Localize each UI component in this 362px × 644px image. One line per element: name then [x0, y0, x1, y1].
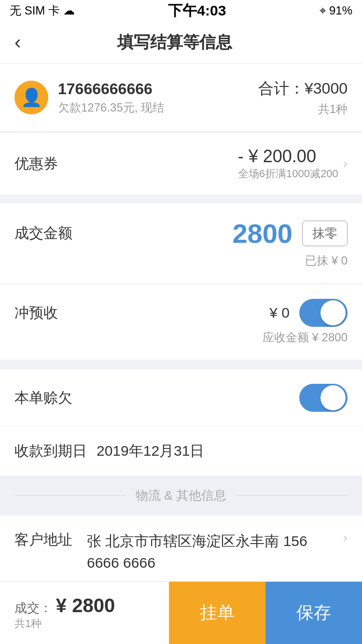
logistics-line-right	[236, 495, 348, 496]
duedate-value: 2019年12月31日	[97, 441, 204, 461]
total-amount: 合计：¥3000	[258, 78, 348, 99]
deal-amount-right: 2800 抹零	[232, 218, 348, 249]
deal-amount-row: 成交金额 2800 抹零	[14, 218, 348, 249]
precollect-amount: ¥ 0	[269, 305, 290, 321]
coupon-label: 优惠券	[14, 154, 58, 174]
avatar: 👤	[14, 81, 48, 114]
precollect-label: 冲预收	[14, 303, 58, 323]
page-title: 填写结算等信息	[30, 31, 319, 54]
bottom-count: 共1种	[14, 616, 154, 631]
precollect-toggle-knob	[320, 300, 346, 325]
coupon-chevron-icon: ›	[343, 156, 348, 171]
customer-card: 👤 17666666666 欠款1276.35元, 现结 合计：¥3000 共1…	[0, 64, 362, 131]
sim-indicator: 无 SIM 卡 ☁	[10, 3, 75, 18]
back-button[interactable]: ‹	[14, 31, 21, 53]
hang-button[interactable]: 挂单	[169, 582, 265, 644]
bottom-summary: 成交： ¥ 2800 共1种	[0, 595, 169, 631]
debt-toggle-knob	[320, 385, 346, 410]
precollect-row: 冲预收 ¥ 0	[14, 299, 348, 327]
coupon-row[interactable]: 优惠券 - ¥ 200.00 全场6折满1000减200 ›	[0, 132, 362, 195]
status-bar: 无 SIM 卡 ☁ 下午4:03 ⌖ 91%	[0, 0, 362, 21]
precollect-sub-text: 应收金额 ¥ 2800	[14, 330, 348, 345]
coupon-discount: - ¥ 200.00	[238, 146, 338, 167]
logistics-divider: 物流 & 其他信息	[0, 476, 362, 515]
bottom-deal-amount: ¥ 2800	[56, 595, 115, 616]
duedate-row: 收款到期日 2019年12月31日	[14, 441, 348, 461]
duedate-label: 收款到期日	[14, 441, 87, 461]
nav-bar: ‹ 填写结算等信息	[0, 21, 362, 64]
deal-amount-sub: 已抹 ¥ 0	[14, 253, 348, 268]
section-divider-1	[0, 195, 362, 203]
debt-label: 本单赊欠	[14, 388, 72, 408]
status-time: 下午4:03	[168, 1, 226, 21]
logistics-line-left	[14, 495, 126, 496]
address-section[interactable]: 客户地址 张 北京市市辖区海淀区永丰南 156 6666 6666 ›	[0, 516, 362, 588]
customer-info-left: 👤 17666666666 欠款1276.35元, 现结	[14, 80, 164, 115]
bottom-deal-row: 成交： ¥ 2800	[14, 595, 154, 616]
customer-total: 合计：¥3000 共1种	[258, 78, 348, 117]
duedate-section: 收款到期日 2019年12月31日	[0, 426, 362, 476]
save-button[interactable]: 保存	[265, 582, 362, 644]
customer-details: 17666666666 欠款1276.35元, 现结	[58, 80, 164, 115]
customer-sub-text: 欠款1276.35元, 现结	[58, 100, 164, 115]
status-right: ⌖ 91%	[320, 4, 352, 17]
customer-phone: 17666666666	[58, 80, 164, 98]
bottom-bar: 成交： ¥ 2800 共1种 挂单 保存	[0, 581, 362, 644]
coupon-detail: 全场6折满1000减200	[238, 167, 338, 181]
coupon-right: - ¥ 200.00 全场6折满1000减200 ›	[238, 146, 348, 181]
bottom-deal-label: 成交：	[14, 601, 52, 615]
deal-amount-label: 成交金额	[14, 224, 72, 243]
address-value: 张 北京市市辖区海淀区永丰南 156 6666 6666	[87, 530, 343, 574]
status-left: 无 SIM 卡 ☁	[10, 3, 75, 18]
precollect-right: ¥ 0	[269, 299, 348, 327]
round-off-button[interactable]: 抹零	[302, 221, 348, 246]
section-divider-2	[0, 360, 362, 368]
debt-toggle[interactable]	[299, 384, 348, 412]
main-content: 👤 17666666666 欠款1276.35元, 现结 合计：¥3000 共1…	[0, 64, 362, 644]
battery-indicator: 91%	[329, 4, 352, 17]
total-count: 共1种	[258, 101, 348, 117]
logistics-text: 物流 & 其他信息	[136, 487, 226, 504]
precollect-toggle[interactable]	[299, 299, 348, 327]
deal-amount-value: 2800	[232, 218, 292, 249]
debt-section: 本单赊欠	[0, 369, 362, 426]
deal-amount-section: 成交金额 2800 抹零 已抹 ¥ 0	[0, 203, 362, 283]
location-icon: ⌖	[320, 4, 326, 17]
precollect-section: 冲预收 ¥ 0 应收金额 ¥ 2800	[0, 284, 362, 360]
address-label: 客户地址	[14, 530, 72, 550]
address-chevron-icon: ›	[343, 530, 348, 546]
